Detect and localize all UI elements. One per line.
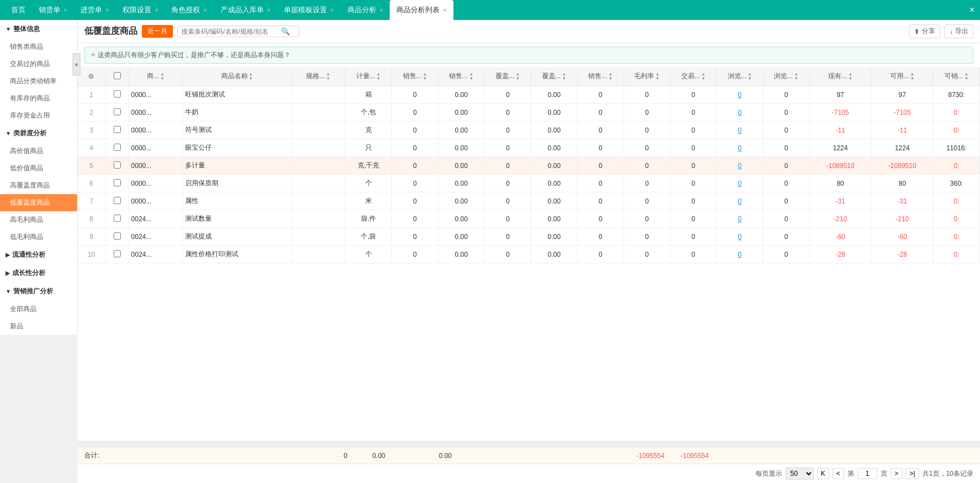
th-code[interactable]: 商... ▲▼	[129, 67, 183, 86]
row-number: 9	[78, 228, 105, 246]
sidebar-item-stocked-goods[interactable]: 有库存的商品	[0, 90, 77, 107]
sidebar-section-marketing[interactable]: ▼ 营销推广分析	[0, 282, 77, 301]
row-checkbox[interactable]	[114, 179, 121, 186]
sidebar-item-stock-funds[interactable]: 库存资金占用	[0, 107, 77, 124]
nav-tab-template[interactable]: 单据模板设置 ×	[277, 0, 340, 20]
row-checkbox[interactable]	[114, 108, 121, 115]
sidebar-item-sales-goods[interactable]: 销售类商品	[0, 38, 77, 55]
th-current[interactable]: 现有... ▲▼	[809, 67, 871, 86]
next-page-button[interactable]: >	[891, 468, 902, 479]
th-avail[interactable]: 可用... ▲▼	[871, 67, 933, 86]
horizontal-scrollbar[interactable]	[78, 441, 980, 447]
close-icon[interactable]: ×	[64, 7, 67, 13]
sidebar-item-low-margin[interactable]: 低毛利商品	[0, 228, 77, 246]
row-sales1: 0	[392, 246, 438, 263]
close-icon[interactable]: ×	[380, 7, 383, 13]
row-browse1[interactable]: 0	[717, 86, 763, 104]
nav-tab-roles[interactable]: 角色授权 ×	[165, 0, 213, 20]
th-settings[interactable]: ⚙	[78, 67, 105, 86]
sidebar-item-high-coverage[interactable]: 高覆盖度商品	[0, 177, 77, 194]
prev-page-button[interactable]: <	[833, 468, 844, 479]
settings-icon[interactable]: ⚙	[88, 73, 94, 80]
close-icon[interactable]: ×	[203, 7, 207, 13]
row-browse1[interactable]: 0	[717, 139, 763, 157]
row-checkbox[interactable]	[114, 126, 121, 133]
date-filter-button[interactable]: 近一月	[142, 25, 173, 38]
th-spec[interactable]: 规格... ▲▼	[291, 67, 345, 86]
th-cover2[interactable]: 覆盖... ▲▼	[531, 67, 578, 86]
th-cover1[interactable]: 覆盖... ▲▼	[484, 67, 531, 86]
select-all-checkbox[interactable]	[114, 72, 121, 79]
nav-tab-analysis-list[interactable]: 商品分析列表 ×	[390, 0, 453, 20]
first-page-button[interactable]: K	[817, 468, 829, 479]
row-browse1[interactable]: 0	[717, 246, 763, 263]
row-browse1[interactable]: 0	[717, 121, 763, 139]
row-sale: 0:	[933, 192, 980, 210]
sidebar-item-high-value[interactable]: 高价值商品	[0, 143, 77, 160]
row-browse1[interactable]: 0	[717, 157, 763, 175]
close-all-button[interactable]: ×	[969, 5, 974, 15]
sidebar-item-all-goods[interactable]: 全部商品	[0, 301, 77, 318]
close-icon[interactable]: ×	[155, 7, 158, 13]
share-button[interactable]: ⬆ 分享	[909, 24, 940, 38]
th-margin[interactable]: 毛利率 ▲▼	[624, 67, 670, 86]
sidebar-section-growth[interactable]: ▶ 成长性分析	[0, 264, 77, 282]
row-unit: 袋,件	[345, 210, 392, 228]
table-container[interactable]: ⚙ 商... ▲▼ 商品名称	[78, 67, 980, 441]
search-input[interactable]	[181, 28, 281, 35]
th-sales3[interactable]: 销售... ▲▼	[578, 67, 624, 86]
last-page-button[interactable]: >|	[906, 468, 919, 479]
row-margin: 0	[624, 175, 670, 192]
share-icon: ⬆	[914, 28, 920, 35]
row-current: -28	[809, 246, 871, 263]
nav-tab-warehouse[interactable]: 产成品入库单 ×	[214, 0, 277, 20]
th-browse2[interactable]: 浏览... ▲▼	[763, 67, 810, 86]
nav-tab-home[interactable]: 首页	[4, 0, 32, 20]
export-button[interactable]: ↓ 导出	[945, 24, 973, 38]
nav-tab-sales[interactable]: 销货单 ×	[32, 0, 74, 20]
th-trade[interactable]: 交易... ▲▼	[670, 67, 717, 86]
row-trade: 0	[670, 192, 717, 210]
th-name[interactable]: 商品名称 ▲▼	[183, 67, 291, 86]
row-checkbox[interactable]	[114, 161, 121, 169]
row-checkbox[interactable]	[114, 90, 121, 98]
row-name: 旺铺批次测试	[183, 86, 291, 104]
nav-tab-permissions[interactable]: 权限设置 ×	[116, 0, 165, 20]
row-checkbox[interactable]	[114, 144, 121, 151]
close-icon[interactable]: ×	[267, 7, 270, 13]
search-box: 🔍	[177, 26, 299, 37]
close-icon[interactable]: ×	[443, 7, 446, 13]
row-checkbox[interactable]	[114, 250, 121, 257]
sidebar-section-cluster[interactable]: ▼ 类群度分析	[0, 124, 77, 143]
th-sales1[interactable]: 销售... ▲▼	[392, 67, 438, 86]
close-icon[interactable]: ×	[105, 7, 109, 13]
row-checkbox[interactable]	[114, 215, 121, 222]
sidebar-collapse-button[interactable]: «	[73, 53, 80, 75]
row-checkbox[interactable]	[114, 232, 121, 240]
sidebar-section-overall[interactable]: ▼ 整体信息	[0, 20, 77, 38]
row-sales2: 0.00	[438, 121, 484, 139]
nav-tab-analysis[interactable]: 商品分析 ×	[341, 0, 390, 20]
page-number-input[interactable]	[858, 468, 877, 479]
sidebar-item-low-coverage[interactable]: 低覆盖度商品	[0, 194, 77, 211]
sidebar-item-low-value[interactable]: 低价值商品	[0, 160, 77, 177]
th-sale[interactable]: 可销... ▲▼	[933, 67, 980, 86]
row-browse1[interactable]: 0	[717, 192, 763, 210]
row-checkbox[interactable]	[114, 197, 121, 204]
sidebar-item-traded-goods[interactable]: 交易过的商品	[0, 55, 77, 73]
sidebar-item-high-margin[interactable]: 高毛利商品	[0, 211, 77, 228]
row-browse1[interactable]: 0	[717, 175, 763, 192]
th-browse1[interactable]: 浏览... ▲▼	[717, 67, 763, 86]
close-icon[interactable]: ×	[330, 7, 334, 13]
row-browse1[interactable]: 0	[717, 228, 763, 246]
row-browse1[interactable]: 0	[717, 104, 763, 121]
row-browse1[interactable]: 0	[717, 210, 763, 228]
sidebar-item-new-goods[interactable]: 新品	[0, 318, 77, 335]
th-unit[interactable]: 计量... ▲▼	[345, 67, 392, 86]
page-size-select[interactable]: 50 100 200	[785, 467, 814, 480]
nav-tab-purchase[interactable]: 进货单 ×	[74, 0, 115, 20]
sort-arrows-icon: ▲▼	[701, 72, 706, 81]
sidebar-section-circulation[interactable]: ▶ 流通性分析	[0, 246, 77, 264]
th-sales2[interactable]: 销售... ▲▼	[438, 67, 484, 86]
sidebar-item-category-rate[interactable]: 商品分类动销率	[0, 73, 77, 90]
